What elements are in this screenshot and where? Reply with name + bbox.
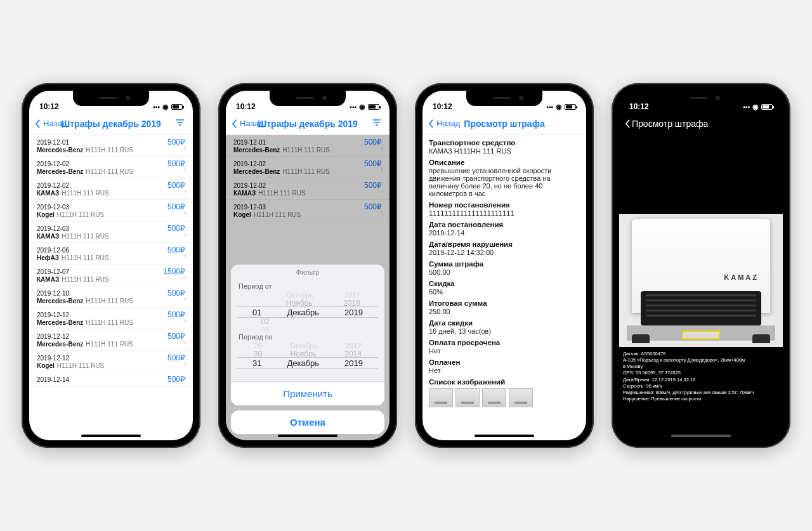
home-indicator bbox=[671, 435, 731, 437]
wifi-icon: ◉ bbox=[752, 103, 759, 111]
picker-from[interactable]: Октябрь2017 Ноябрь2018 01Декабрь2019 02 … bbox=[231, 292, 384, 331]
fine-date: 2019-12-12 bbox=[37, 311, 69, 318]
fine-amount: 1500₽ bbox=[163, 267, 185, 276]
device-notch bbox=[270, 91, 346, 106]
back-button[interactable]: Назад bbox=[228, 116, 265, 131]
wifi-icon: ◉ bbox=[359, 103, 365, 111]
fine-row[interactable]: 2019-12-10500₽Mercedes-BenzH111H 111 RUS… bbox=[29, 286, 193, 308]
device-notch bbox=[663, 91, 739, 106]
fine-row[interactable]: 2019-12-03500₽KogelH111H 111 RUS› bbox=[29, 200, 193, 221]
fine-date: 2019-12-07 bbox=[37, 268, 69, 275]
meta-line: Скорость: 95 км/ч bbox=[623, 383, 779, 390]
viol-dt-value: 2019-12-12 14:32:00 bbox=[429, 249, 580, 256]
status-time: 10:12 bbox=[629, 102, 649, 111]
chevron-right-icon: › bbox=[184, 230, 187, 239]
signal-icon: ▪▪▪ bbox=[546, 103, 553, 110]
fine-row[interactable]: 2019-12-01500₽Mercedes-BenzH111H 111 RUS… bbox=[29, 135, 193, 157]
phone-filter: 10:12 ▪▪▪ ◉ Назад Штрафы декабрь 2019 20… bbox=[218, 83, 397, 448]
images-header: Список изображений bbox=[429, 378, 580, 386]
fine-date: 2019-12-14 bbox=[37, 376, 69, 383]
fine-amount: 500₽ bbox=[167, 246, 185, 254]
chevron-right-icon: › bbox=[184, 251, 187, 260]
device-notch bbox=[466, 91, 542, 106]
apply-button[interactable]: Применить bbox=[231, 381, 384, 405]
battery-icon bbox=[761, 104, 773, 110]
fine-make: Kogel bbox=[37, 362, 55, 369]
fine-date: 2019-12-01 bbox=[37, 139, 69, 146]
fine-amount: 500₽ bbox=[167, 353, 185, 362]
back-button[interactable] bbox=[622, 117, 633, 131]
fine-row[interactable]: 2019-12-06500₽НефАЗH111H 111 RUS› bbox=[29, 243, 193, 265]
thumb-2[interactable] bbox=[455, 388, 480, 407]
fine-row[interactable]: 2019-12-14500₽› bbox=[29, 372, 193, 387]
meta-line: GPS: 55.56095, 37.774525 bbox=[623, 370, 779, 376]
fine-plate: H111H 111 RUS bbox=[62, 233, 108, 240]
status-icons: ▪▪▪ ◉ bbox=[743, 103, 773, 111]
disc-value: 50% bbox=[429, 288, 580, 296]
home-indicator bbox=[81, 435, 141, 437]
signal-icon: ▪▪▪ bbox=[350, 103, 357, 110]
filter-sheet: Фильтр Период от Октябрь2017 Ноябрь2018 … bbox=[231, 265, 384, 434]
fine-row[interactable]: 2019-12-02500₽КАМАЗH111H 111 RUS› bbox=[29, 178, 193, 200]
fine-amount: 500₽ bbox=[167, 224, 185, 233]
status-time: 10:12 bbox=[433, 102, 452, 111]
fine-row[interactable]: 2019-12-12500₽KogelH111H 111 RUS› bbox=[29, 351, 193, 372]
fine-row[interactable]: 2019-12-03500₽КАМАЗH111H 111 RUS› bbox=[29, 221, 193, 243]
meta-line: Дата/Время: 12.12.2019 14:32:18 bbox=[623, 377, 779, 383]
viol-dt-header: Дата/время нарушения bbox=[429, 240, 580, 248]
fine-row[interactable]: 2019-12-02500₽Mercedes-BenzH111H 111 RUS… bbox=[29, 157, 193, 178]
fine-amount: 500₽ bbox=[167, 159, 185, 168]
order-date-header: Дата постановления bbox=[429, 221, 580, 228]
license-plate-highlight bbox=[682, 331, 720, 339]
fine-detail[interactable]: Транспортное средство КАМАЗ H111HH 111 R… bbox=[422, 135, 586, 440]
fine-date: 2019-12-12 bbox=[37, 355, 69, 362]
chevron-right-icon: › bbox=[184, 374, 187, 383]
signal-icon: ▪▪▪ bbox=[743, 103, 750, 110]
chevron-right-icon: › bbox=[184, 165, 187, 174]
fine-row[interactable]: 2019-12-12500₽Mercedes-BenzH111H 111 RUS… bbox=[29, 308, 193, 329]
picker-to[interactable]: 29Октябрь2017 30Ноябрь2018 31Декабрь2019 bbox=[231, 343, 384, 381]
filter-button[interactable] bbox=[367, 115, 387, 133]
back-label: Назад bbox=[240, 119, 263, 128]
order-date-value: 2019-12-14 bbox=[429, 229, 580, 237]
fine-plate: H111H 111 RUS bbox=[57, 211, 104, 218]
phone-detail: 10:12 ▪▪▪ ◉ Назад Просмотр штрафа Трансп… bbox=[415, 83, 594, 448]
image-viewer[interactable]: KAMAZ Датчик: AS5000479А-105 «Подъезд к … bbox=[619, 135, 783, 440]
chevron-right-icon: › bbox=[184, 359, 187, 368]
meta-line: в Москву bbox=[623, 364, 779, 370]
fine-make: Mercedes-Benz bbox=[37, 298, 83, 305]
fine-plate: H111H 111 RUS bbox=[86, 147, 133, 154]
photo-metadata: Датчик: AS5000479А-105 «Подъезд к аэропо… bbox=[623, 351, 779, 402]
status-time: 10:12 bbox=[236, 102, 256, 111]
home-indicator bbox=[475, 435, 534, 437]
order-header: Номер постановления bbox=[429, 201, 580, 209]
fine-plate: H111H 111 RUS bbox=[57, 362, 104, 369]
battery-icon bbox=[368, 104, 379, 110]
chevron-left-icon bbox=[230, 119, 239, 128]
fine-make: Mercedes-Benz bbox=[37, 147, 83, 154]
fine-amount: 500₽ bbox=[167, 332, 185, 341]
violation-photo: KAMAZ bbox=[619, 214, 783, 347]
fine-date: 2019-12-06 bbox=[37, 247, 69, 254]
to-label: Период по bbox=[231, 331, 384, 343]
home-indicator bbox=[278, 435, 337, 437]
back-button[interactable]: Назад bbox=[32, 116, 68, 131]
desc-header: Описание bbox=[429, 159, 580, 166]
filter-button[interactable] bbox=[170, 115, 190, 133]
fines-list[interactable]: 2019-12-01500₽Mercedes-BenzH111H 111 RUS… bbox=[29, 135, 193, 440]
back-button[interactable]: Назад bbox=[425, 116, 461, 131]
from-label: Период от bbox=[231, 280, 384, 292]
fine-amount: 500₽ bbox=[167, 310, 185, 319]
fine-make: Kogel bbox=[37, 211, 55, 218]
chevron-left-icon bbox=[623, 119, 632, 128]
thumb-4[interactable] bbox=[509, 388, 533, 407]
fine-row[interactable]: 2019-12-12500₽Mercedes-BenzH111H 111 RUS… bbox=[29, 329, 193, 351]
phone-viewer: 10:12 ▪▪▪ ◉ Просмотр штрафа KAMAZ bbox=[612, 83, 790, 448]
fine-date: 2019-12-03 bbox=[37, 204, 69, 211]
chevron-right-icon: › bbox=[184, 294, 187, 303]
cancel-button[interactable]: Отмена bbox=[231, 410, 384, 434]
disc-date-value: 16 дней, 13 час(ов) bbox=[429, 327, 580, 335]
fine-row[interactable]: 2019-12-071500₽КАМАЗH111H 111 RUS› bbox=[29, 265, 193, 286]
thumb-3[interactable] bbox=[482, 388, 506, 407]
thumb-1[interactable] bbox=[429, 388, 453, 407]
